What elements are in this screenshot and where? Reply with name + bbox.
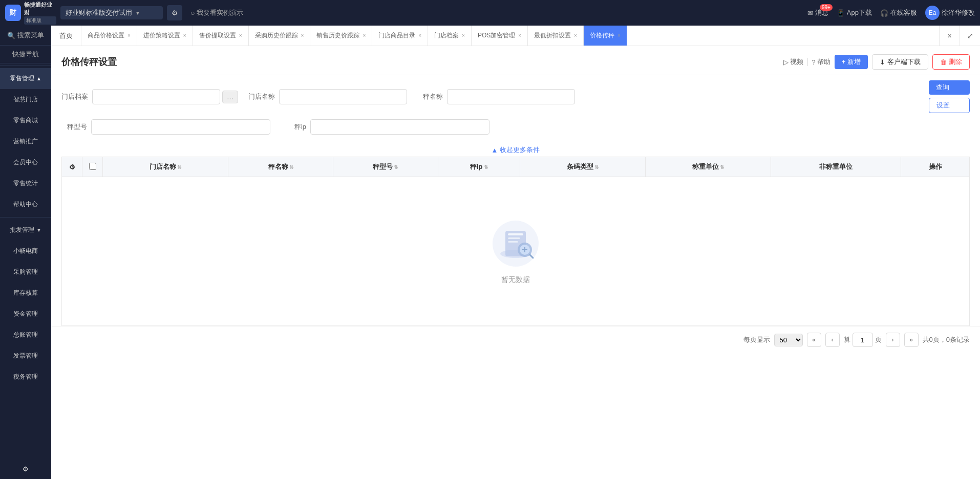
tab-purchase-strategy-close-icon[interactable]: ×	[183, 33, 186, 38]
filter-area: 门店档案 … 门店名称 秤名称 查	[51, 75, 980, 157]
scale-ip-input[interactable]	[310, 119, 489, 135]
scale-model-label: 秤型号	[61, 122, 87, 132]
tab-sale-price-close-icon[interactable]: ×	[239, 33, 242, 38]
settings-query-button[interactable]: 设置	[929, 98, 970, 113]
th-weight-unit[interactable]: 称重单位 ⇅	[645, 157, 771, 177]
demo-icon: ○	[190, 9, 195, 17]
sidebar-search[interactable]: 🔍 搜索菜单	[0, 26, 51, 46]
tab-sales-history[interactable]: 销售历史价跟踪 ×	[310, 26, 372, 46]
sidebar-settings-button[interactable]: ⚙	[0, 459, 51, 479]
store-archive-label: 门店档案	[61, 92, 88, 101]
store-archive-ellipsis-button[interactable]: …	[222, 91, 238, 103]
th-barcode-type[interactable]: 条码类型 ⇅	[520, 157, 645, 177]
th-scale-name[interactable]: 秤名称 ⇅	[228, 157, 333, 177]
first-page-icon: «	[812, 336, 816, 343]
sidebar-item-finance[interactable]: 资金管理	[0, 303, 51, 324]
tab-store-catalog[interactable]: 门店商品目录 ×	[372, 26, 428, 46]
tab-discount[interactable]: 最低折扣设置 ×	[528, 26, 584, 46]
last-page-button[interactable]: »	[904, 333, 919, 347]
store-name-input[interactable]	[279, 89, 407, 104]
sidebar-item-ecommerce[interactable]: 小畅电商	[0, 241, 51, 262]
th-settings[interactable]: ⚙	[62, 157, 82, 177]
app-download-button[interactable]: 📱 App下载	[837, 8, 872, 17]
th-scale-ip-label: 秤ip	[470, 162, 483, 171]
table-wrapper: ⚙ 门店名称 ⇅	[51, 157, 980, 326]
user-avatar: Ea	[925, 6, 940, 20]
sidebar-purchase-label: 采购管理	[13, 268, 38, 276]
headset-icon: 🎧	[880, 9, 888, 17]
sidebar-item-help-center[interactable]: 帮助中心	[0, 194, 51, 215]
user-profile[interactable]: Ea 徐泽华修改	[925, 6, 975, 20]
per-page-select[interactable]: 50 10 20 100	[774, 334, 803, 346]
sort-scale-model-icon: ⇅	[394, 164, 398, 170]
th-store-name[interactable]: 门店名称 ⇅	[103, 157, 228, 177]
sidebar-item-smart-store[interactable]: 智慧门店	[0, 89, 51, 110]
page-input[interactable]	[853, 333, 873, 347]
topbar-settings-button[interactable]: ⚙	[167, 5, 182, 20]
sidebar-item-retail-stats[interactable]: 零售统计	[0, 173, 51, 194]
th-checkbox	[82, 157, 103, 177]
top-bar: 财 畅捷通好业财 标准版 好业财标准版交付试用 ▼ ⚙ ○ 我要看实例演示 ✉ …	[0, 0, 980, 26]
scale-name-label: 秤名称	[417, 92, 443, 101]
collapse-button[interactable]: ▲ 收起更多条件	[61, 141, 970, 157]
tab-purchase-history[interactable]: 采购历史价跟踪 ×	[249, 26, 311, 46]
delete-button[interactable]: 🗑 删除	[932, 54, 970, 70]
tab-store-catalog-close-icon[interactable]: ×	[418, 33, 421, 38]
sidebar-item-invoice[interactable]: 发票管理	[0, 345, 51, 366]
tab-store-archive[interactable]: 门店档案 ×	[428, 26, 472, 46]
tab-product-price-close-icon[interactable]: ×	[127, 33, 131, 38]
version-selector[interactable]: 好业财标准版交付试用 ▼	[60, 6, 163, 19]
sidebar-item-purchase-management[interactable]: 采购管理	[0, 262, 51, 282]
sidebar-item-marketing[interactable]: 营销推广	[0, 131, 51, 152]
last-page-icon: »	[909, 336, 913, 343]
tab-maximize-button[interactable]: ⤢	[960, 26, 980, 46]
video-link[interactable]: ▷ 视频	[783, 57, 803, 67]
tab-discount-close-icon[interactable]: ×	[574, 33, 577, 38]
sidebar-item-ledger[interactable]: 总账管理	[0, 324, 51, 345]
prev-page-button[interactable]: ‹	[825, 333, 840, 347]
store-archive-input[interactable]	[92, 89, 220, 104]
tab-pos-management[interactable]: POS加密管理 ×	[472, 26, 528, 46]
sidebar-item-tax[interactable]: 税务管理	[0, 366, 51, 387]
sidebar-item-wholesale-management[interactable]: 批发管理 ▼	[0, 220, 51, 241]
messages-button[interactable]: ✉ 消息 99+	[807, 8, 828, 17]
scale-model-input[interactable]	[91, 119, 270, 135]
tab-price-scale-close-icon[interactable]: ×	[617, 33, 621, 38]
scale-name-input[interactable]	[447, 89, 575, 104]
first-page-button[interactable]: «	[807, 333, 821, 347]
page-input-wrap: 算 页	[844, 333, 882, 347]
sidebar-item-inventory[interactable]: 库存核算	[0, 282, 51, 303]
tab-purchase-history-close-icon[interactable]: ×	[301, 33, 304, 38]
tab-price-scale[interactable]: 价格传秤 ×	[584, 26, 627, 46]
tab-store-archive-close-icon[interactable]: ×	[462, 33, 465, 38]
filter-store-name: 门店名称	[248, 89, 407, 104]
tab-purchase-strategy[interactable]: 进价策略设置 ×	[137, 26, 193, 46]
sidebar-item-member-center[interactable]: 会员中心	[0, 152, 51, 173]
th-scale-ip[interactable]: 秤ip ⇅	[438, 157, 520, 177]
download-button[interactable]: ⬇ 客户端下载	[872, 54, 928, 70]
online-service-button[interactable]: 🎧 在线客服	[880, 8, 917, 17]
tab-pos-management-close-icon[interactable]: ×	[518, 33, 521, 38]
sidebar-quick-nav[interactable]: 快捷导航	[0, 46, 51, 63]
message-icon: ✉	[807, 9, 813, 17]
select-all-checkbox[interactable]	[89, 163, 96, 170]
tab-sales-history-close-icon[interactable]: ×	[363, 33, 366, 38]
tab-home[interactable]: 首页	[51, 26, 81, 46]
sidebar-divider-2	[0, 217, 51, 217]
tab-right-actions: × ⤢	[939, 26, 980, 46]
next-page-icon: ›	[892, 336, 894, 343]
query-button[interactable]: 查询	[929, 80, 970, 95]
sidebar-item-retail-management[interactable]: 零售管理 ▲	[0, 68, 51, 89]
help-link[interactable]: ? 帮助	[812, 57, 830, 67]
next-page-button[interactable]: ›	[886, 333, 900, 347]
tab-close-button[interactable]: ×	[939, 26, 960, 46]
tab-sale-price[interactable]: 售价提取设置 ×	[193, 26, 249, 46]
add-button[interactable]: + 新增	[835, 55, 868, 69]
tab-product-price[interactable]: 商品价格设置 ×	[81, 26, 137, 46]
th-scale-model[interactable]: 秤型号 ⇅	[333, 157, 438, 177]
logo-icon: 财	[5, 5, 21, 21]
demo-link[interactable]: ○ 我要看实例演示	[190, 8, 243, 17]
sidebar-item-retail-mall[interactable]: 零售商城	[0, 110, 51, 131]
empty-icon	[490, 218, 541, 269]
page-actions: ▷ 视频 ? 帮助 + 新增 ⬇ 客户端下载 🗑 删除	[783, 54, 970, 70]
